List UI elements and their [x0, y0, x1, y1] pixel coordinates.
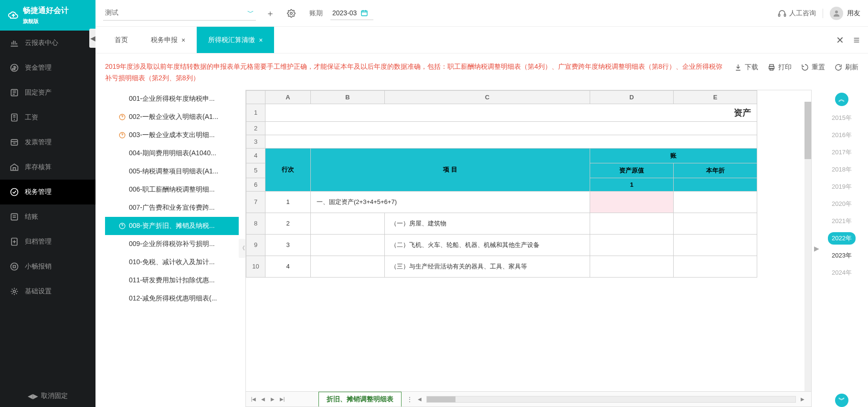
splitter-handle-icon[interactable]: ⋮	[406, 396, 413, 403]
form-item-7[interactable]: 008-资产折旧、摊销及纳税...	[105, 217, 239, 235]
cell-item[interactable]: （三）与生产经营活动有关的器具、工具、家具等	[385, 256, 590, 277]
cell-value[interactable]	[590, 256, 674, 277]
sidebar-item-10[interactable]: 基础设置	[0, 279, 95, 304]
horizontal-scrollbar[interactable]	[426, 396, 796, 403]
sidebar-item-3[interactable]: 工资	[0, 105, 95, 130]
sidebar-unpin-btn[interactable]: ◀▶ 取消固定	[0, 385, 95, 407]
col-header-B[interactable]: B	[311, 90, 385, 104]
form-list-collapse-btn[interactable]: 《	[239, 239, 245, 258]
cell[interactable]	[311, 256, 385, 277]
year-item[interactable]: 2015年	[828, 112, 856, 124]
form-item-1[interactable]: 002-一般企业收入明细表(A1...	[105, 108, 239, 126]
sheet-title[interactable]: 资产	[265, 104, 757, 121]
sheet-grid[interactable]: A B C D E 1资产 2 3 4 行次	[246, 90, 811, 391]
year-item[interactable]: 2023年	[828, 249, 856, 262]
sheet-last-icon[interactable]: ▶|	[278, 396, 286, 403]
hscroll-right-icon[interactable]: ▶	[799, 396, 806, 403]
close-all-tabs-button[interactable]: ✕	[832, 32, 848, 48]
tab-2[interactable]: 所得税汇算清缴×	[197, 27, 274, 53]
sidebar-item-6[interactable]: 税务管理	[0, 180, 95, 204]
sidebar-item-9[interactable]: 小畅报销	[0, 254, 95, 279]
sidebar-item-8[interactable]: 归档管理	[0, 229, 95, 254]
vertical-scrollbar[interactable]	[804, 102, 811, 391]
add-button[interactable]: ＋	[264, 7, 277, 20]
sidebar-item-5[interactable]: 库存核算	[0, 155, 95, 180]
year-item[interactable]: 2022年	[828, 232, 856, 245]
form-item-5[interactable]: 006-职工薪酬纳税调整明细...	[105, 181, 239, 199]
form-item-4[interactable]: 005-纳税调整项目明细表(A1...	[105, 162, 239, 181]
form-item-6[interactable]: 007-广告费和业务宣传费跨...	[105, 199, 239, 217]
hdr-depr[interactable]: 本年折	[674, 163, 757, 178]
hscroll-thumb[interactable]	[427, 396, 455, 402]
cell-item[interactable]: 一、固定资产(2+3+4+5+6+7)	[311, 191, 590, 213]
sheet-first-icon[interactable]: |◀	[250, 396, 257, 403]
row-header[interactable]: 4	[246, 148, 265, 163]
hscroll-left-icon[interactable]: ◀	[416, 396, 423, 403]
row-header[interactable]: 9	[246, 234, 265, 256]
print-button[interactable]: 打印	[768, 63, 792, 72]
cell-rowno[interactable]: 4	[265, 256, 311, 277]
year-panel-collapse-btn[interactable]: ▶	[814, 239, 819, 258]
vscroll-thumb[interactable]	[804, 102, 811, 159]
row-header[interactable]: 3	[246, 135, 265, 148]
sidebar-item-0[interactable]: 云报表中心	[0, 31, 95, 55]
support-button[interactable]: 人工咨询	[778, 9, 816, 18]
cell-item[interactable]: （二）飞机、火车、轮船、机器、机械和其他生产设备	[385, 234, 590, 256]
form-item-10[interactable]: 011-研发费用加计扣除优惠...	[105, 271, 239, 289]
row-header[interactable]: 8	[246, 213, 265, 234]
tab-1[interactable]: 税务申报×	[139, 27, 197, 53]
period-picker[interactable]: 2023-03	[330, 6, 373, 20]
cell-value[interactable]	[590, 191, 674, 213]
hdr-rowno[interactable]: 行次	[265, 148, 311, 191]
year-item[interactable]: 2018年	[828, 163, 856, 176]
cell-value[interactable]	[674, 256, 757, 277]
year-item[interactable]: 2021年	[828, 215, 856, 227]
cell-value[interactable]	[590, 213, 674, 234]
tab-close-icon[interactable]: ×	[259, 36, 263, 44]
refresh-button[interactable]: 刷新	[835, 63, 858, 72]
row-header[interactable]: 7	[246, 191, 265, 213]
row-header[interactable]: 6	[246, 178, 265, 191]
cell-value[interactable]	[590, 234, 674, 256]
cell-item[interactable]: （一）房屋、建筑物	[385, 213, 590, 234]
row-header[interactable]: 10	[246, 256, 265, 277]
row-header[interactable]: 1	[246, 104, 265, 121]
tab-menu-button[interactable]	[853, 36, 860, 44]
year-item[interactable]: 2020年	[828, 198, 856, 210]
year-item[interactable]: 2024年	[828, 267, 856, 279]
tab-close-icon[interactable]: ×	[181, 36, 185, 44]
cell-value[interactable]	[674, 191, 757, 213]
cell-value[interactable]	[674, 213, 757, 234]
form-item-2[interactable]: 003-一般企业成本支出明细...	[105, 126, 239, 144]
corner-cell[interactable]	[246, 90, 265, 104]
cell-rowno[interactable]: 1	[265, 191, 311, 213]
download-button[interactable]: 下载	[734, 63, 758, 72]
sheet-prev-icon[interactable]: ◀	[259, 396, 267, 403]
col-header-E[interactable]: E	[674, 90, 757, 104]
col-header-C[interactable]: C	[385, 90, 590, 104]
sidebar-item-2[interactable]: 固定资产	[0, 80, 95, 105]
col-header-D[interactable]: D	[590, 90, 674, 104]
col-num[interactable]	[674, 178, 757, 191]
sidebar-item-1[interactable]: 资金管理	[0, 55, 95, 80]
sidebar-item-4[interactable]: 发票管理	[0, 130, 95, 155]
reset-button[interactable]: 重置	[801, 63, 825, 72]
cell[interactable]	[311, 234, 385, 256]
cell-rowno[interactable]: 3	[265, 234, 311, 256]
cell-value[interactable]	[674, 234, 757, 256]
year-scroll-down-button[interactable]: ︾	[835, 394, 848, 407]
col-num[interactable]: 1	[590, 178, 674, 191]
cell[interactable]	[265, 121, 757, 135]
hdr-group[interactable]: 账	[590, 148, 757, 163]
form-item-9[interactable]: 010-免税、减计收入及加计...	[105, 253, 239, 271]
cell-rowno[interactable]: 2	[265, 213, 311, 234]
hdr-item[interactable]: 项 目	[311, 148, 590, 191]
row-header[interactable]: 5	[246, 163, 265, 178]
cell[interactable]	[311, 213, 385, 234]
year-scroll-up-button[interactable]: ︽	[835, 93, 848, 106]
row-header[interactable]: 2	[246, 121, 265, 135]
form-item-11[interactable]: 012-减免所得税优惠明细表(...	[105, 289, 239, 308]
col-header-A[interactable]: A	[265, 90, 311, 104]
sheet-next-icon[interactable]: ▶	[269, 396, 276, 403]
form-item-0[interactable]: 001-企业所得税年度纳税申...	[105, 90, 239, 108]
